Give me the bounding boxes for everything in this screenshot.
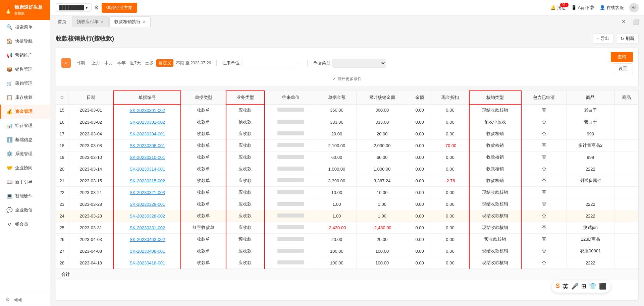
table-footer-row: 合计 [56,269,638,281]
refresh-btn[interactable]: ↻ 刷新 [616,34,639,44]
avatar[interactable]: Rit [629,3,639,12]
sidebar-item-wechat[interactable]: 💬企业微信 [0,203,50,217]
app-download-btn[interactable]: 📱 App下载 [571,5,594,11]
export-btn[interactable]: ↑ 导出 [593,34,614,44]
cell-counterpart [264,257,317,269]
cell-date: 2023-03-10 [68,151,114,163]
sidebar-item-search[interactable]: 🔍搜索菜单 [0,20,50,34]
expand-conditions-btn[interactable]: ✓ 展开更多条件 [333,76,361,82]
tab-collection[interactable]: 收款核销执行 ✕ [109,16,151,27]
cell-write-type: 现结收款核销 [469,198,522,210]
hardware-icon: 💻 [6,193,12,199]
topbar: ████████ ▾ ⚙ 体验行业方案 🔔 消息 99+ 📱 App下载 👤 在… [50,0,644,15]
cell-discount: 0.00 [431,187,469,198]
cell-write-off: -2,430.00 [356,222,408,234]
date-custom-btn[interactable]: 自定义 [156,59,173,67]
table-row: 19 2023-03-10 SK-20230310-001 收款单 应收款 60… [56,151,638,163]
table-header: ⚙ 日期 单据编号 单据类型 业务类型 往来单位 单据金额 累计核销金额 余额 … [56,91,638,104]
sidebar-footer[interactable]: ⚙ ◀◀ [0,293,50,306]
counterpart-input[interactable] [241,59,295,67]
tab-collection-close-icon[interactable]: ✕ [143,20,146,24]
cell-bill-no: SK-20230314-001 [114,163,181,175]
more-dots-icon[interactable]: ··· [297,60,302,66]
col-balance: 余额 [408,91,431,104]
company-selector[interactable]: ████████ ▾ [56,3,92,12]
close-tab-icon[interactable]: ✕ [620,18,628,25]
message-btn[interactable]: 🔔 消息 99+ [550,5,566,11]
cell-counterpart [264,210,317,222]
cell-no: 25 [56,222,68,234]
col-bill-no: 单据编号 [114,91,181,104]
table-row: 25 2023-03-31 SK-20230331-002 红字收款单 应收款 … [56,222,638,234]
sidebar-item-system[interactable]: ⚙️系统管理 [0,147,50,161]
col-counterpart: 往来单位 [264,91,317,104]
sidebar-item-finance[interactable]: 💰资金管理 [0,105,50,119]
cell-bill-type: 收款单 [181,163,226,175]
date-this-month-btn[interactable]: 本月 [103,59,114,67]
tab-prepay[interactable]: 预收应付单 ✕ [72,16,109,27]
filter-settings-btn[interactable]: 设置 [613,63,633,74]
cell-counterpart [264,175,317,187]
cell-product1: 999 [566,151,615,163]
sidebar-item-hardware[interactable]: 💻智能硬件 [0,189,50,203]
sidebar-item-basic[interactable]: ℹ️基础信息 [0,133,50,147]
bill-type-select[interactable] [332,59,386,68]
bell-icon: 🔔 [550,5,556,10]
collapse-icon[interactable]: ◀◀ [13,296,21,303]
shirt-icon[interactable]: 👕 [589,283,596,291]
sidebar-item-enterprise[interactable]: 🤝企业协同 [0,161,50,175]
settings-footer-icon[interactable]: ⚙ [5,296,10,303]
maximize-icon[interactable]: ⬜ [631,18,641,25]
puzzle-icon[interactable]: ⬛ [599,283,606,291]
cell-included: 否 [521,128,566,140]
cell-amount: 1.00 [317,210,357,222]
sidebar-item-member[interactable]: V畅会员 [0,217,50,231]
tab-home[interactable]: 首页 [53,17,71,27]
filter-toggle-btn[interactable]: » [61,58,71,68]
translate-icon[interactable]: 英 [562,283,569,291]
export-label: 导出 [600,36,609,42]
cell-date: 2023-03-15 [68,175,114,187]
sidebar-item-inventory[interactable]: 📋库存核算 [0,90,50,105]
search-icon: 🔍 [6,24,12,30]
date-prev-month-btn[interactable]: 上月 [90,59,102,67]
sidebar-item-operations[interactable]: 📊经营管理 [0,119,50,133]
cell-amount: 10.00 [317,187,357,198]
cell-balance: 0.00 [408,257,431,269]
cell-bill-type: 收款单 [181,210,226,222]
cell-discount: 0.00 [431,257,469,269]
sidebar-item-guide[interactable]: 📖新手引导 [0,175,50,189]
cell-bill-type: 收款单 [181,151,226,163]
cell-amount: 60.00 [317,151,357,163]
sidebar-item-quicknav[interactable]: 🏠快捷导航 [0,34,50,48]
sidebar-item-marketing[interactable]: 📢营销推广 [0,48,50,62]
table-scroll[interactable]: ⚙ 日期 单据编号 单据类型 业务类型 往来单位 单据金额 累计核销金额 余额 … [56,90,638,300]
date-this-year-btn[interactable]: 本年 [116,59,127,67]
grid-icon[interactable]: ⊞ [581,283,586,291]
cell-bill-no: SK-20230331-002 [114,222,181,234]
cell-included: 否 [521,163,566,175]
query-btn[interactable]: 查询 [611,52,633,62]
cell-no: 24 [56,210,68,222]
gear-icon[interactable]: ⚙ [94,4,99,11]
col-settings-icon[interactable]: ⚙ [56,91,68,104]
cell-counterpart [264,222,317,234]
cell-included: 否 [521,116,566,128]
service-label: 在线客服 [606,5,624,11]
online-service-btn[interactable]: 👤 在线客服 [600,5,624,11]
date-more-btn[interactable]: 更多 [144,59,155,67]
date-7days-btn[interactable]: 近7天 [128,59,142,67]
sidebar-item-purchase[interactable]: 🛒采购管理 [0,76,50,90]
mic-icon[interactable]: 🎤 [571,283,579,291]
headset-icon: 👤 [600,5,605,10]
cell-date: 2023-04-18 [68,257,114,269]
cell-biz-type: 应收款 [226,257,264,269]
page-header: 收款核销执行(按收款) ↑ 导出 ↻ 刷新 [56,34,639,44]
msg-badge: 99+ [560,3,569,7]
sidebar-item-sales[interactable]: 📦销售管理 [0,62,50,76]
cell-product2 [615,234,638,245]
cell-amount: -2,430.00 [317,222,357,234]
solution-btn[interactable]: 体验行业方案 [102,3,137,13]
cell-discount: 0.00 [431,210,469,222]
tab-prepay-close-icon[interactable]: ✕ [101,20,104,24]
